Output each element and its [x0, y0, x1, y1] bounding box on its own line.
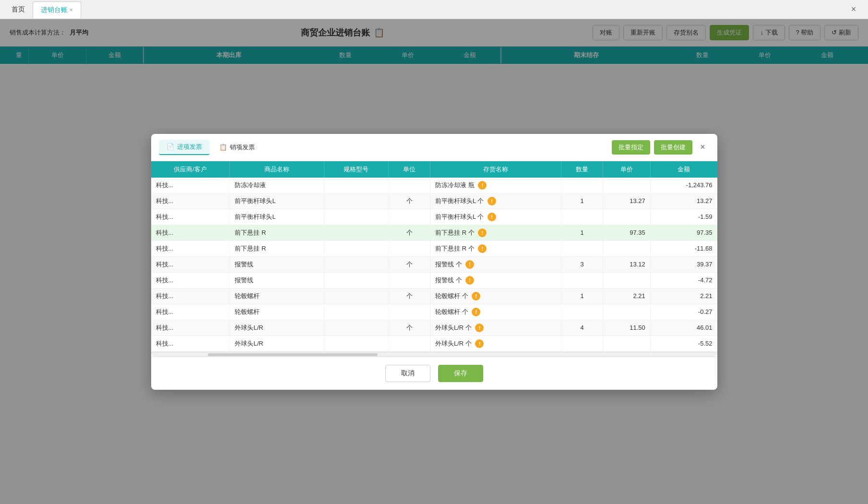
cell-amount: 97.35 — [650, 225, 717, 240]
cell-product: 外球头L/R — [230, 320, 324, 336]
dialog-overlay: 📄 进项发票 📋 销项发票 批量指定 批量创建 × — [0, 19, 868, 504]
table-scrollbar[interactable] — [151, 352, 717, 357]
cell-product: 外球头L/R — [230, 336, 324, 351]
cell-qty: 1 — [561, 225, 603, 240]
cell-spec — [324, 193, 389, 209]
cell-supplier: 科技... — [151, 320, 230, 336]
cell-unit — [389, 304, 430, 320]
th-inventory: 存货名称 — [430, 161, 561, 178]
table-row[interactable]: 科技... 外球头L/R 个 外球头L/R 个 ! 4 11.50 46.01 — [151, 320, 717, 336]
cell-spec — [324, 336, 389, 351]
cell-supplier: 科技... — [151, 256, 230, 272]
cell-product: 轮毂螺杆 — [230, 304, 324, 320]
cell-price — [603, 336, 650, 351]
cell-spec — [324, 209, 389, 225]
table-row[interactable]: 科技... 轮毂螺杆 轮毂螺杆 个 ! -0.27 — [151, 304, 717, 320]
cell-supplier: 科技... — [151, 225, 230, 240]
cell-inventory: 报警线 个 ! — [430, 272, 561, 288]
th-spec: 规格型号 — [324, 161, 389, 178]
save-button[interactable]: 保存 — [438, 365, 483, 382]
cell-inventory: 前平衡杆球头L 个 ! — [430, 193, 561, 209]
cell-amount: -1.59 — [650, 209, 717, 225]
cell-price: 11.50 — [603, 320, 650, 336]
cell-amount: 39.37 — [650, 256, 717, 272]
cell-supplier: 科技... — [151, 336, 230, 351]
cell-unit — [389, 209, 430, 225]
table-row[interactable]: 科技... 前平衡杆球头L 前平衡杆球头L 个 ! -1.59 — [151, 209, 717, 225]
cell-amount: -11.68 — [650, 240, 717, 256]
cell-supplier: 科技... — [151, 288, 230, 304]
table-row[interactable]: 科技... 轮毂螺杆 个 轮毂螺杆 个 ! 1 2.21 2.21 — [151, 288, 717, 304]
cell-amount: -0.27 — [650, 304, 717, 320]
cell-qty: 1 — [561, 193, 603, 209]
cell-price — [603, 240, 650, 256]
table-row[interactable]: 科技... 前平衡杆球头L 个 前平衡杆球头L 个 ! 1 13.27 13.2… — [151, 193, 717, 209]
purchase-tab-icon: 📄 — [166, 143, 174, 150]
cell-supplier: 科技... — [151, 178, 230, 193]
invoice-table-wrapper[interactable]: 供应商/客户 商品名称 规格型号 单位 存货名称 数量 单价 金额 科技... … — [151, 161, 717, 352]
cell-product: 前下悬挂 R — [230, 225, 324, 240]
cell-qty — [561, 272, 603, 288]
tab-ledger[interactable]: 进销台账 × — [33, 1, 81, 18]
cell-amount: 2.21 — [650, 288, 717, 304]
cell-inventory: 前下悬挂 R 个 ! — [430, 225, 561, 240]
tab-ledger-label: 进销台账 — [41, 6, 68, 14]
cell-qty — [561, 240, 603, 256]
table-row[interactable]: 科技... 防冻冷却液 防冻冷却液 瓶 ! -1,243.76 — [151, 178, 717, 193]
th-amount: 金额 — [650, 161, 717, 178]
cell-inventory: 外球头L/R 个 ! — [430, 336, 561, 351]
table-row[interactable]: 科技... 报警线 个 报警线 个 ! 3 13.12 39.37 — [151, 256, 717, 272]
cell-price — [603, 304, 650, 320]
cell-supplier: 科技... — [151, 304, 230, 320]
cancel-button[interactable]: 取消 — [385, 365, 430, 382]
cell-unit: 个 — [389, 193, 430, 209]
tab-home[interactable]: 首页 — [4, 1, 33, 18]
cell-supplier: 科技... — [151, 193, 230, 209]
batch-assign-button[interactable]: 批量指定 — [612, 140, 650, 155]
invoice-dialog: 📄 进项发票 📋 销项发票 批量指定 批量创建 × — [151, 134, 717, 390]
sales-tab-label: 销项发票 — [230, 143, 255, 152]
window-close-button[interactable]: × — [847, 3, 860, 16]
th-supplier: 供应商/客户 — [151, 161, 230, 178]
cell-price: 2.21 — [603, 288, 650, 304]
cell-spec — [324, 240, 389, 256]
cell-product: 报警线 — [230, 272, 324, 288]
table-row[interactable]: 科技... 前下悬挂 R 前下悬挂 R 个 ! -11.68 — [151, 240, 717, 256]
tab-ledger-close[interactable]: × — [70, 7, 73, 13]
cell-product: 防冻冷却液 — [230, 178, 324, 193]
cell-amount: 13.27 — [650, 193, 717, 209]
tab-sales-invoice[interactable]: 📋 销项发票 — [212, 140, 262, 155]
cell-amount: -5.52 — [650, 336, 717, 351]
cell-spec — [324, 225, 389, 240]
cell-qty — [561, 336, 603, 351]
cell-unit: 个 — [389, 320, 430, 336]
cell-inventory: 轮毂螺杆 个 ! — [430, 288, 561, 304]
cell-amount: -1,243.76 — [650, 178, 717, 193]
cell-product: 报警线 — [230, 256, 324, 272]
cell-product: 前平衡杆球头L — [230, 193, 324, 209]
table-header-row: 供应商/客户 商品名称 规格型号 单位 存货名称 数量 单价 金额 — [151, 161, 717, 178]
cell-unit — [389, 178, 430, 193]
tab-bar: 首页 进销台账 × × — [0, 0, 868, 19]
warning-icon: ! — [472, 292, 480, 300]
cell-price — [603, 209, 650, 225]
cell-amount: -4.72 — [650, 272, 717, 288]
cell-unit: 个 — [389, 225, 430, 240]
cell-price: 13.27 — [603, 193, 650, 209]
cell-inventory: 外球头L/R 个 ! — [430, 320, 561, 336]
table-row[interactable]: 科技... 报警线 报警线 个 ! -4.72 — [151, 272, 717, 288]
cell-spec — [324, 256, 389, 272]
dialog-close-button[interactable]: × — [696, 141, 710, 154]
dialog-tabs: 📄 进项发票 📋 销项发票 — [159, 140, 608, 155]
table-row[interactable]: 科技... 前下悬挂 R 个 前下悬挂 R 个 ! 1 97.35 97.35 — [151, 225, 717, 240]
tab-purchase-invoice[interactable]: 📄 进项发票 — [159, 140, 210, 155]
dialog-footer: 取消 保存 — [151, 357, 717, 390]
cell-supplier: 科技... — [151, 272, 230, 288]
warning-icon: ! — [475, 324, 484, 332]
table-row[interactable]: 科技... 外球头L/R 外球头L/R 个 ! -5.52 — [151, 336, 717, 351]
warning-icon: ! — [478, 244, 487, 253]
warning-icon: ! — [488, 213, 496, 221]
batch-create-button[interactable]: 批量创建 — [654, 140, 692, 155]
cell-supplier: 科技... — [151, 209, 230, 225]
cell-spec — [324, 178, 389, 193]
